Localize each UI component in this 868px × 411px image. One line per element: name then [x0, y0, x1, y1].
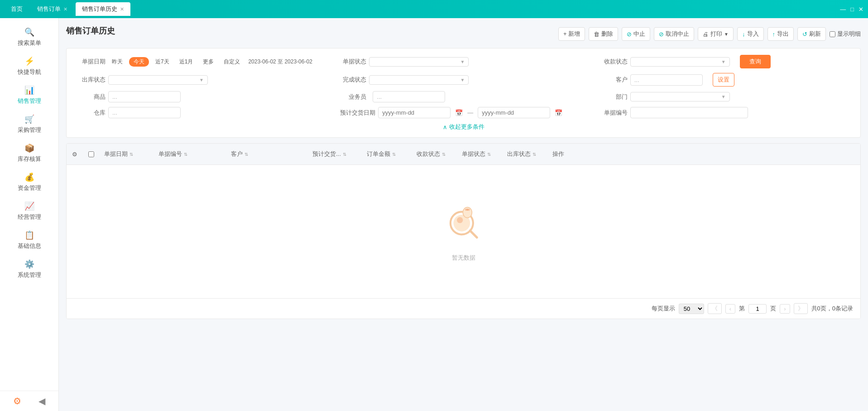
- warehouse-label: 仓库: [74, 109, 106, 117]
- customer-label: 客户: [596, 76, 628, 84]
- sidebar-collapse-icon[interactable]: ◀: [38, 396, 45, 406]
- sidebar-item-quick-nav[interactable]: ⚡ 快捷导航: [0, 52, 58, 81]
- complete-status-select[interactable]: ▼: [369, 75, 469, 85]
- th-delivery-sort[interactable]: ⇅: [343, 152, 346, 157]
- tab-sales-order-history[interactable]: 销售订单历史 ✕: [76, 2, 130, 16]
- print-dropdown-icon: ▼: [724, 32, 729, 37]
- receipt-status-dropdown-icon: ▼: [721, 59, 726, 64]
- filter-order-status-section: 单据状态 ▼: [335, 57, 592, 67]
- th-customer-label: 客户: [231, 150, 243, 158]
- sidebar-item-inventory[interactable]: 📦 库存核算: [0, 139, 58, 168]
- page-size-select[interactable]: 50 10 20 100: [679, 304, 704, 314]
- tab-sales-order-label: 销售订单: [37, 5, 61, 13]
- outbound-status-label: 出库状态: [74, 76, 106, 84]
- table-header: ⚙ 单据日期 ⇅ 单据编号 ⇅ 客户 ⇅ 预计交货...: [67, 144, 860, 165]
- warehouse-input[interactable]: ...: [108, 107, 181, 118]
- date-btn-custom[interactable]: 自定义: [220, 57, 244, 67]
- page-input[interactable]: [748, 304, 767, 314]
- sidebar-item-sys-mgmt[interactable]: ⚙️ 系统管理: [0, 255, 58, 284]
- orderno-input[interactable]: [630, 107, 748, 118]
- delete-button[interactable]: 🗑 删除: [589, 27, 618, 41]
- tab-home[interactable]: 首页: [5, 2, 29, 16]
- th-checkbox[interactable]: [83, 149, 100, 160]
- customer-input[interactable]: ...: [630, 74, 703, 86]
- filter-warehouse-section: 仓库 ...: [74, 107, 331, 118]
- delivery-end-calendar-icon[interactable]: 📅: [555, 109, 562, 116]
- date-btn-7days[interactable]: 近7天: [152, 57, 173, 67]
- outbound-status-select[interactable]: ▼: [108, 75, 208, 85]
- sidebar-settings-icon[interactable]: ⚙: [13, 396, 21, 406]
- content-area: 销售订单历史 + 新增 🗑 删除 ⊘ 中止 ⊘ 取消中止 🖨 打印: [59, 18, 868, 411]
- first-page-button[interactable]: 《: [708, 303, 722, 314]
- order-status-select[interactable]: ▼: [369, 57, 469, 67]
- receipt-status-select[interactable]: ▼: [630, 57, 730, 67]
- date-btn-today[interactable]: 今天: [129, 57, 149, 67]
- window-minimize[interactable]: —: [840, 6, 846, 13]
- print-icon: 🖨: [703, 31, 709, 38]
- th-outbound-sort[interactable]: ⇅: [532, 152, 536, 157]
- delivery-end-input[interactable]: [478, 107, 550, 118]
- sidebar-item-sales-mgmt[interactable]: 📊 销售管理: [0, 81, 58, 110]
- stop-button[interactable]: ⊘ 中止: [622, 27, 650, 41]
- th-receipt-sort[interactable]: ⇅: [442, 152, 446, 157]
- tab-sales-order-close[interactable]: ✕: [63, 6, 67, 12]
- date-btn-1month[interactable]: 近1月: [176, 57, 197, 67]
- th-status-sort[interactable]: ⇅: [487, 152, 491, 157]
- th-customer: 客户 ⇅: [226, 147, 308, 161]
- delivery-label: 预计交货日期: [335, 109, 375, 117]
- goods-input[interactable]: ...: [108, 91, 181, 102]
- date-btn-more[interactable]: 更多: [199, 57, 217, 67]
- sidebar-item-purchase-mgmt[interactable]: 🛒 采购管理: [0, 110, 58, 139]
- th-settings[interactable]: ⚙: [67, 148, 83, 160]
- settings-button[interactable]: 设置: [713, 73, 734, 87]
- prev-page-button[interactable]: ‹: [725, 304, 735, 314]
- show-detail-checkbox-wrap[interactable]: 显示明细: [830, 30, 861, 38]
- window-maximize[interactable]: □: [850, 6, 854, 13]
- sidebar-item-inventory-label: 库存核算: [18, 155, 41, 163]
- cancel-stop-icon: ⊘: [659, 31, 664, 38]
- filter-delivery-section: 预计交货日期 📅 — 📅: [335, 107, 592, 118]
- sidebar-item-finance[interactable]: 💰 资金管理: [0, 168, 58, 197]
- th-amount-sort[interactable]: ⇅: [392, 152, 396, 157]
- sidebar-item-search-menu[interactable]: 🔍 搜索菜单: [0, 23, 58, 52]
- delivery-start-input[interactable]: [378, 107, 451, 118]
- last-page-button[interactable]: 》: [794, 303, 808, 314]
- new-button[interactable]: + 新增: [558, 27, 585, 41]
- th-receipt-label: 收款状态: [417, 150, 440, 158]
- print-button[interactable]: 🖨 打印 ▼: [698, 27, 734, 41]
- window-close[interactable]: ✕: [858, 6, 863, 13]
- department-select[interactable]: ▼: [630, 92, 730, 102]
- tab-sales-order-history-close[interactable]: ✕: [120, 6, 124, 12]
- department-label: 部门: [596, 93, 628, 101]
- sidebar-item-operations-label: 经营管理: [18, 213, 41, 221]
- order-status-label: 单据状态: [335, 58, 366, 66]
- th-number-sort[interactable]: ⇅: [184, 152, 187, 157]
- refresh-button[interactable]: ↺ 刷新: [797, 27, 826, 41]
- th-customer-sort[interactable]: ⇅: [245, 152, 248, 157]
- sidebar-item-basic-info[interactable]: 📋 基础信息: [0, 226, 58, 255]
- select-all-checkbox[interactable]: [88, 151, 94, 157]
- show-detail-checkbox[interactable]: [830, 31, 835, 37]
- page-label: 第: [739, 305, 745, 313]
- department-dropdown-icon: ▼: [721, 94, 726, 99]
- tab-sales-order[interactable]: 销售订单 ✕: [31, 2, 74, 16]
- query-button[interactable]: 查询: [740, 55, 771, 68]
- th-delivery-label: 预计交货...: [312, 150, 341, 158]
- next-page-button[interactable]: ›: [780, 304, 790, 314]
- collapse-row[interactable]: ∧ 收起更多条件: [74, 123, 853, 131]
- export-button[interactable]: ↑ 导出: [767, 27, 794, 41]
- salesperson-input[interactable]: ...: [373, 91, 445, 102]
- import-button[interactable]: ↓ 导入: [737, 27, 764, 41]
- filter-row-3: 商品 ... 业务员 ... 部门 ▼: [74, 91, 853, 102]
- basic-info-icon: 📋: [24, 230, 34, 240]
- finance-icon: 💰: [24, 172, 34, 182]
- th-action: 操作: [548, 147, 860, 161]
- date-btn-yesterday[interactable]: 昨天: [108, 57, 126, 67]
- sidebar-item-operations[interactable]: 📈 经营管理: [0, 197, 58, 226]
- cancel-stop-button[interactable]: ⊘ 取消中止: [654, 27, 694, 41]
- filter-goods-section: 商品 ...: [74, 91, 331, 102]
- delivery-start-calendar-icon[interactable]: 📅: [455, 109, 463, 116]
- th-date-sort[interactable]: ⇅: [129, 152, 133, 157]
- export-icon: ↑: [772, 31, 776, 38]
- sidebar-item-basic-info-label: 基础信息: [18, 242, 41, 250]
